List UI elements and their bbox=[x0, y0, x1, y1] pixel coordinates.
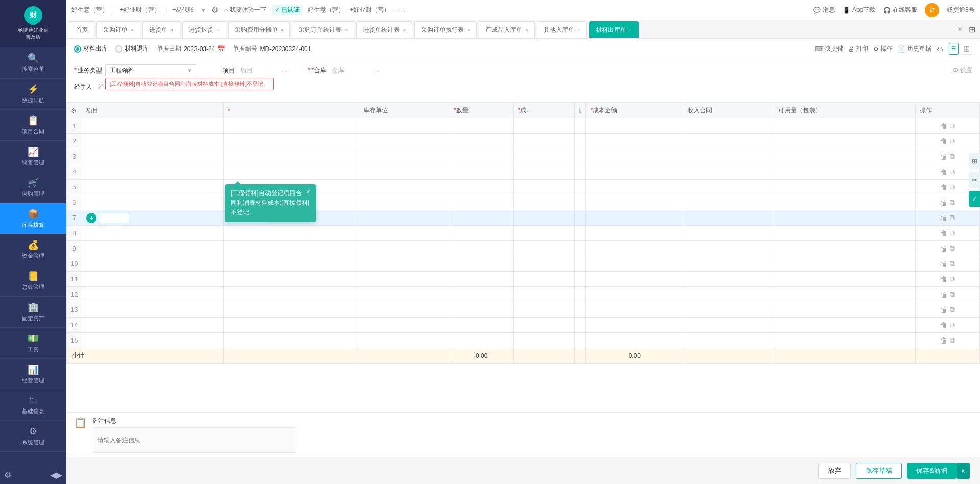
sidebar-item-system[interactable]: ⚙系统管理 bbox=[0, 421, 66, 452]
cell-available-1[interactable] bbox=[774, 118, 916, 134]
sidebar-item-project[interactable]: 📋项目合同 bbox=[0, 110, 66, 141]
cell-cost-price-8[interactable] bbox=[513, 226, 575, 241]
history-btn[interactable]: 📄历史单据 bbox=[898, 44, 932, 53]
cell-required-1[interactable] bbox=[224, 118, 359, 134]
cell-income-contract-3[interactable] bbox=[683, 149, 774, 164]
cell-unit-8[interactable] bbox=[359, 226, 450, 241]
cell-unit-2[interactable] bbox=[359, 134, 450, 149]
copy-row-icon-10[interactable]: ⧉ bbox=[950, 259, 955, 268]
cell-cost-price-5[interactable] bbox=[513, 180, 575, 195]
copy-row-icon-15[interactable]: ⧉ bbox=[950, 336, 955, 345]
cell-project-9[interactable] bbox=[82, 241, 224, 256]
tab-close-icon[interactable]: × bbox=[629, 27, 632, 33]
cell-cost-price-14[interactable] bbox=[513, 318, 575, 333]
cell-cost-amount-15[interactable] bbox=[586, 333, 683, 348]
nav-prev[interactable]: ‹ bbox=[937, 44, 939, 54]
cell-qty-7[interactable] bbox=[450, 210, 513, 226]
cell-income-contract-15[interactable] bbox=[683, 333, 774, 348]
cell-cost-amount-8[interactable] bbox=[586, 226, 683, 241]
cell-project-1[interactable] bbox=[82, 118, 224, 134]
cell-available-10[interactable] bbox=[774, 256, 916, 272]
cell-required-9[interactable] bbox=[224, 241, 359, 256]
cell-required-14[interactable] bbox=[224, 318, 359, 333]
tab-close-all[interactable]: × bbox=[955, 24, 964, 35]
tab-product-in[interactable]: 产成品入库单 × bbox=[479, 21, 535, 38]
cell-cost-price-10[interactable] bbox=[513, 256, 575, 272]
cell-unit-4[interactable] bbox=[359, 164, 450, 180]
list-view-btn[interactable]: ≡ bbox=[949, 43, 959, 55]
topbar-settings-icon[interactable]: ⚙ bbox=[211, 5, 218, 15]
cell-required-15[interactable] bbox=[224, 333, 359, 348]
copy-row-icon-3[interactable]: ⧉ bbox=[950, 152, 955, 161]
sidebar-item-sales[interactable]: 📈销售管理 bbox=[0, 141, 66, 172]
topbar-experience[interactable]: ○ 我要体验一下 bbox=[224, 6, 266, 14]
sidebar-item-inventory[interactable]: 📦库存核算 bbox=[0, 203, 66, 234]
topbar-link-0[interactable]: 好生意（营） bbox=[71, 6, 108, 14]
cell-unit-13[interactable] bbox=[359, 302, 450, 318]
sidebar-item-quick-nav[interactable]: ⚡快捷导航 bbox=[0, 79, 66, 110]
cell-unit-3[interactable] bbox=[359, 149, 450, 164]
tooltip-close-btn[interactable]: × bbox=[306, 188, 310, 196]
cell-available-9[interactable] bbox=[774, 241, 916, 256]
cell-qty-10[interactable] bbox=[450, 256, 513, 272]
tab-goods-stat[interactable]: 进货单统计表 × bbox=[356, 21, 412, 38]
cell-income-contract-7[interactable] bbox=[683, 210, 774, 226]
cell-unit-6[interactable] bbox=[359, 195, 450, 210]
cell-cost-price-13[interactable] bbox=[513, 302, 575, 318]
delete-row-icon-14[interactable]: 🗑 bbox=[940, 321, 947, 329]
sidebar-item-accounting[interactable]: 📒总账管理 bbox=[0, 265, 66, 297]
cell-qty-13[interactable] bbox=[450, 302, 513, 318]
cell-required-4[interactable] bbox=[224, 164, 359, 180]
tab-home[interactable]: 首页 bbox=[69, 21, 94, 38]
copy-row-icon-12[interactable]: ⧉ bbox=[950, 290, 955, 299]
cell-required-11[interactable] bbox=[224, 272, 359, 287]
tab-close-icon[interactable]: × bbox=[577, 27, 580, 33]
cell-cost-price-2[interactable] bbox=[513, 134, 575, 149]
cell-cost-price-4[interactable] bbox=[513, 164, 575, 180]
copy-row-icon-4[interactable]: ⧉ bbox=[950, 167, 955, 176]
copy-row-icon-13[interactable]: ⧉ bbox=[950, 305, 955, 314]
tab-close-icon[interactable]: × bbox=[467, 27, 470, 33]
cell-available-7[interactable] bbox=[774, 210, 916, 226]
sidebar-settings-icon[interactable]: ⚙ bbox=[4, 470, 11, 480]
cell-cost-amount-2[interactable] bbox=[586, 134, 683, 149]
radio-material-return[interactable]: 材料退库 bbox=[115, 44, 149, 53]
cell-income-contract-10[interactable] bbox=[683, 256, 774, 272]
tab-goods-return[interactable]: 进货退货 × bbox=[182, 21, 226, 38]
copy-row-icon-1[interactable]: ⧉ bbox=[950, 122, 955, 130]
cell-available-12[interactable] bbox=[774, 287, 916, 302]
cell-cost-amount-1[interactable] bbox=[586, 118, 683, 134]
cell-project-6[interactable] bbox=[82, 195, 224, 210]
cell-income-contract-4[interactable] bbox=[683, 164, 774, 180]
sidebar-item-finance[interactable]: 💰资金管理 bbox=[0, 234, 66, 265]
copy-row-icon-2[interactable]: ⧉ bbox=[950, 137, 955, 146]
cell-unit-5[interactable] bbox=[359, 180, 450, 195]
cell-cost-amount-6[interactable] bbox=[586, 195, 683, 210]
cell-income-contract-6[interactable] bbox=[683, 195, 774, 210]
cell-required-10[interactable] bbox=[224, 256, 359, 272]
cell-project-13[interactable] bbox=[82, 302, 224, 318]
cell-required-13[interactable] bbox=[224, 302, 359, 318]
cell-cost-price-9[interactable] bbox=[513, 241, 575, 256]
cell-available-6[interactable] bbox=[774, 195, 916, 210]
cell-available-8[interactable] bbox=[774, 226, 916, 241]
add-row-btn[interactable]: + bbox=[86, 213, 96, 223]
topbar-link-1[interactable]: +好业财（营） bbox=[120, 6, 160, 14]
cell-unit-1[interactable] bbox=[359, 118, 450, 134]
cell-required-12[interactable] bbox=[224, 287, 359, 302]
cell-qty-6[interactable] bbox=[450, 195, 513, 210]
page-settings-btn[interactable]: ⚙ 设置 bbox=[953, 66, 972, 75]
cell-income-contract-5[interactable] bbox=[683, 180, 774, 195]
tab-more[interactable]: ⊞ bbox=[967, 23, 977, 35]
cell-unit-10[interactable] bbox=[359, 256, 450, 272]
cell-unit-15[interactable] bbox=[359, 333, 450, 348]
cell-cost-price-15[interactable] bbox=[513, 333, 575, 348]
delete-row-icon-13[interactable]: 🗑 bbox=[940, 306, 947, 314]
topbar-extra-0[interactable]: 好生意（营） bbox=[308, 6, 345, 14]
cell-available-2[interactable] bbox=[774, 134, 916, 149]
cell-project-8[interactable] bbox=[82, 226, 224, 241]
delete-row-icon-4[interactable]: 🗑 bbox=[940, 168, 947, 176]
right-panel-btn-2[interactable]: ✏ bbox=[969, 172, 980, 188]
cell-income-contract-11[interactable] bbox=[683, 272, 774, 287]
delete-row-icon-5[interactable]: 🗑 bbox=[940, 183, 947, 191]
